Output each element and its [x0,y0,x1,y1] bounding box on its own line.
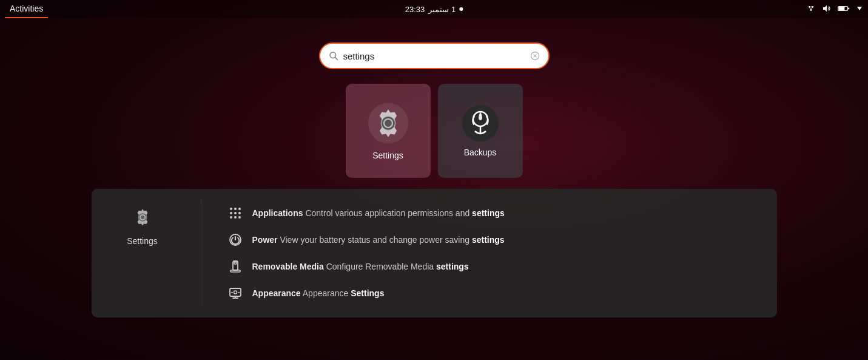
applications-icon [227,205,244,222]
backups-icon [462,105,499,141]
topbar-time: 23:33 [405,5,425,14]
main-content: Settings Backups [0,18,868,360]
svg-point-40 [234,291,237,294]
system-menu-arrow-icon[interactable] [856,4,863,14]
svg-line-12 [335,57,337,59]
svg-point-26 [238,208,241,210]
backups-app-tile[interactable]: Backups [438,84,523,178]
power-icon [227,231,244,248]
battery-icon[interactable] [838,4,850,15]
settings-tile-label: Settings [372,151,403,160]
result-appearance-text: Appearance Appearance Settings [252,288,385,299]
svg-rect-35 [234,262,237,264]
appearance-icon [227,285,244,302]
svg-point-27 [230,212,232,214]
results-list: Applications Control various application… [223,200,762,307]
svg-line-4 [811,7,813,10]
search-input[interactable] [343,51,525,61]
search-bar [319,42,550,69]
result-item-power[interactable]: Power View your battery status and chang… [223,226,762,253]
activities-button[interactable]: Activities [5,0,48,18]
topbar-date: 1 ستمبر [428,5,456,14]
svg-point-24 [230,208,232,210]
removable-media-icon [227,258,244,275]
search-icon [329,51,338,61]
svg-point-32 [238,216,241,219]
svg-marker-10 [857,7,862,10]
result-applications-text: Applications Control various application… [252,208,505,219]
svg-rect-36 [230,270,240,272]
result-item-applications[interactable]: Applications Control various application… [223,200,762,226]
settings-app-tile[interactable]: Settings [346,84,431,178]
search-container [319,42,550,69]
svg-point-25 [234,208,237,210]
svg-point-30 [230,216,232,219]
volume-icon[interactable] [822,4,832,15]
svg-point-31 [234,216,237,219]
app-tiles-row: Settings Backups [346,84,523,178]
svg-rect-8 [838,7,844,10]
search-clear-button[interactable] [530,51,540,61]
settings-gear-icon [367,102,409,144]
results-settings-icon [130,205,155,230]
result-item-removable-media[interactable]: Removable Media Configure Removable Medi… [223,253,762,280]
svg-rect-9 [848,7,849,9]
topbar-system-icons [806,4,863,15]
network-icon[interactable] [806,4,816,15]
topbar: Activities 1 ستمبر 23:33 [0,0,868,18]
backups-tile-label: Backups [464,148,497,157]
svg-line-3 [809,7,811,10]
result-removable-media-text: Removable Media Configure Removable Medi… [252,261,469,272]
results-panel: Settings [92,189,777,318]
topbar-clock: 1 ستمبر 23:33 [405,5,463,14]
svg-marker-6 [823,5,827,12]
results-app-info: Settings [106,200,179,307]
topbar-dot [459,7,463,11]
result-item-appearance[interactable]: Appearance Appearance Settings [223,280,762,307]
results-app-name: Settings [127,236,158,246]
svg-point-28 [234,212,237,214]
results-divider [201,200,201,307]
result-power-text: Power View your battery status and chang… [252,234,505,245]
svg-point-29 [238,212,241,214]
